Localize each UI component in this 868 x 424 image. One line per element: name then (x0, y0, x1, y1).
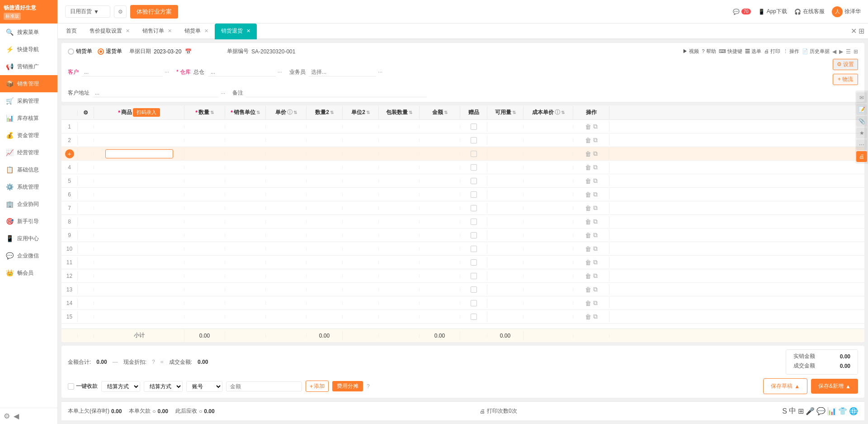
history-tool[interactable]: 📄 历史单据 (802, 48, 830, 55)
gift-checkbox[interactable] (471, 191, 477, 198)
pkg-sort-icon[interactable]: ⇅ (409, 110, 412, 115)
split-button[interactable]: 费用分摊 (332, 381, 363, 391)
gift-checkbox[interactable] (471, 246, 477, 252)
scan-button[interactable]: 扫码录入 (133, 108, 160, 117)
message-button[interactable]: 💬 70 (733, 9, 751, 15)
right-tool-4[interactable]: ★ (856, 128, 867, 138)
toolbar-icon-6[interactable]: 📊 (827, 407, 836, 415)
customer-input[interactable] (81, 68, 163, 76)
tab-close-icon[interactable]: ✕ (246, 28, 250, 34)
delete-icon[interactable]: 🗑 (585, 272, 591, 280)
row-goods-2[interactable] (94, 138, 184, 142)
sidebar-item-appstore[interactable]: 📱 应用中心 (0, 230, 57, 247)
sidebar-item-marketing[interactable]: 📢 营销推广 (0, 58, 57, 75)
row-price-1[interactable] (266, 125, 307, 129)
row-avail-2[interactable] (487, 138, 524, 142)
gift-checkbox-1[interactable] (471, 124, 477, 130)
copy-icon[interactable]: ⧉ (593, 313, 598, 320)
row-gift-1[interactable] (460, 122, 487, 132)
row-qty-2[interactable] (184, 138, 225, 142)
copy-icon[interactable]: ⧉ (593, 258, 598, 266)
one-click-payment-checkbox[interactable]: 一键收款 (68, 382, 98, 390)
prev-icon[interactable]: ◀ (832, 48, 836, 55)
address-more-icon[interactable]: ··· (221, 90, 225, 96)
delete-icon[interactable]: 🗑 (585, 164, 591, 171)
copy-icon[interactable]: ⧉ (593, 286, 598, 293)
copy-icon[interactable]: ⧉ (593, 191, 598, 198)
user-menu[interactable]: 人 徐泽华 (832, 6, 861, 17)
sidebar-item-inventory[interactable]: 📊 库存核算 (0, 110, 57, 127)
gift-checkbox[interactable] (471, 205, 477, 211)
sidebar-item-enterprise[interactable]: 🏢 企业协同 (0, 195, 57, 213)
header-gear-button[interactable]: ⚙ (114, 5, 127, 18)
split-help-icon[interactable]: ? (367, 383, 370, 390)
copy-icon[interactable]: ⧉ (593, 272, 598, 280)
row-amount-3[interactable] (420, 152, 460, 156)
gift-checkbox-2[interactable] (471, 137, 477, 143)
row-cost-2[interactable] (524, 138, 573, 142)
sidebar-settings-icon[interactable]: ⚙ (4, 412, 10, 420)
unit-sort-icon[interactable]: ⇅ (256, 110, 260, 115)
sidebar-item-finance[interactable]: 💰 资金管理 (0, 127, 57, 144)
sidebar-item-weixin[interactable]: 💬 企业微信 (0, 247, 57, 264)
app-download-button[interactable]: 📱 App下载 (758, 8, 787, 15)
toolbar-icon-8[interactable]: 🌐 (849, 407, 858, 415)
row-avail-1[interactable] (487, 125, 524, 129)
price-info-icon[interactable]: ⓘ (287, 109, 292, 116)
delete-icon[interactable]: 🗑 (585, 259, 591, 266)
gift-checkbox[interactable] (471, 232, 477, 238)
row-unit2-3[interactable] (343, 152, 379, 156)
delete-icon[interactable]: 🗑 (585, 205, 591, 212)
toolbar-icon-5[interactable]: 💬 (816, 407, 826, 415)
radio-sales[interactable]: 销货单 (68, 48, 92, 55)
calendar-icon[interactable]: 📅 (185, 48, 192, 55)
right-tool-2[interactable]: 📝 (856, 104, 867, 115)
customer-more-icon[interactable]: ··· (165, 69, 169, 75)
row-qty2-3[interactable] (307, 152, 343, 156)
delete-icon[interactable]: 🗑 (585, 218, 591, 225)
gift-checkbox-3[interactable] (471, 151, 477, 157)
settle-method-select[interactable]: 结算方式 (101, 381, 140, 392)
online-service-button[interactable]: 🎧 在线客服 (794, 8, 825, 15)
tab-close-icon[interactable]: ✕ (168, 28, 172, 34)
row-pkg-2[interactable] (379, 138, 420, 142)
staff-more-icon[interactable]: ··· (378, 69, 382, 75)
remark-input[interactable] (246, 89, 427, 97)
sidebar-item-sales[interactable]: 📦 销售管理 (0, 75, 57, 92)
row-price-2[interactable] (266, 138, 307, 142)
row-qty-1[interactable] (184, 125, 225, 129)
sidebar-item-guide[interactable]: 🎯 新手引导 (0, 213, 57, 230)
sidebar-item-member[interactable]: 👑 畅会员 (0, 264, 57, 281)
print-tool[interactable]: 🖨 打印 (764, 48, 780, 55)
copy-icon[interactable]: ⧉ (593, 163, 598, 171)
delete-icon[interactable]: 🗑 (585, 137, 591, 144)
sidebar-collapse-icon[interactable]: ◀ (14, 412, 19, 420)
gift-checkbox[interactable] (471, 219, 477, 225)
delete-icon[interactable]: 🗑 (585, 313, 591, 320)
delete-icon[interactable]: 🗑 (585, 286, 591, 293)
row-price-3[interactable] (266, 152, 307, 156)
delete-icon[interactable]: 🗑 (585, 300, 591, 307)
gift-checkbox[interactable] (471, 273, 477, 279)
sidebar-item-search[interactable]: 🔍 搜索菜单 (0, 24, 57, 41)
calc-method-select[interactable]: 结算方式 (144, 381, 183, 392)
row-qty2-2[interactable] (307, 138, 343, 142)
toolbar-icon-3[interactable]: ⊞ (798, 407, 804, 415)
print-button[interactable]: 🖨 打印次数0次 (480, 407, 517, 415)
row-unit2-1[interactable] (343, 125, 379, 129)
amount-input[interactable] (226, 381, 302, 391)
row-goods-3[interactable] (94, 148, 184, 160)
select-tool[interactable]: ☰ 选单 (745, 48, 761, 55)
sidebar-item-shortcut[interactable]: ⚡ 快捷导航 (0, 41, 57, 58)
right-tool-1[interactable]: ✉ (856, 92, 867, 103)
right-tool-3[interactable]: 📎 (856, 116, 867, 127)
row-gift-2[interactable] (460, 135, 487, 145)
qty-sort-icon[interactable]: ⇅ (210, 110, 214, 115)
radio-return[interactable]: 退货单 (98, 48, 122, 55)
operate-tool[interactable]: ⋮ 操作 (783, 48, 799, 55)
row-pkg-3[interactable] (379, 152, 420, 156)
warehouse-input[interactable] (208, 68, 276, 76)
row-qty2-1[interactable] (307, 125, 343, 129)
row-avail-3[interactable] (487, 152, 524, 156)
unit2-sort-icon[interactable]: ⇅ (366, 110, 370, 115)
